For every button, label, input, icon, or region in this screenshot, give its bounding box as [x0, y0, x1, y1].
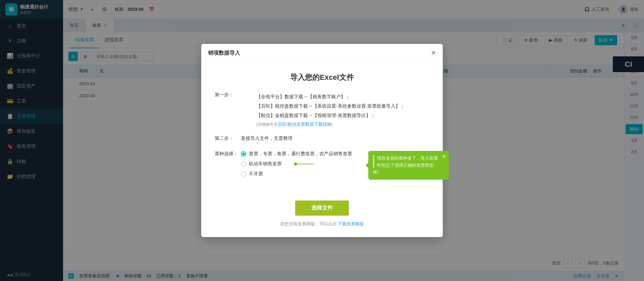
tooltip-bar: [373, 155, 374, 168]
dialog-close-button[interactable]: ✕: [431, 49, 436, 57]
step2-content: 直接导入文件，无需整理: [241, 135, 292, 142]
step1-line3: 【航信】金税盘数据下载→【报税管理-发票数据导出】；: [256, 111, 405, 120]
radio-circle-normal: [241, 151, 246, 157]
radio-dot-normal: [242, 153, 245, 155]
radio-motor[interactable]: 机动车销售发票: [241, 161, 282, 167]
radio-circle-none: [241, 171, 246, 177]
step1-note: (详细操作见百旺/航信发票数据下载指南): [256, 120, 405, 129]
step1-line2: 【百旺】税控盘数据下载→【系统设置-系统参数设置-发票批量导入】；: [256, 101, 405, 111]
download-template-link[interactable]: 下载发票模版: [338, 221, 364, 226]
radio-group: 普票，专票，卷票，通行费发票，农产品销售发票 机动车销售发票: [241, 151, 352, 177]
tooltip-dot: [294, 162, 297, 166]
tooltip-close-button[interactable]: ✕: [442, 153, 446, 160]
dialog-body: 导入您的Excel文件 第一步： 【全电平台】数据下载→【税务数字账户】； 【百…: [201, 62, 443, 194]
tooltip-bubble: 现在支持的票种多了，导入发票时别忘了选择正确的发票类型呀! ✕: [368, 151, 449, 180]
step1-line1: 【全电平台】数据下载→【税务数字账户】；: [256, 92, 405, 101]
overlay: 销项数据导入 ✕ 导入您的Excel文件 第一步： 【全电平台】数据下载→【税务…: [0, 0, 644, 281]
tooltip-line: [297, 164, 314, 164]
step1-label: 第一步：: [215, 92, 233, 98]
tooltip-connector: [288, 162, 314, 166]
dialog-title: 销项数据导入: [208, 50, 240, 57]
dialog-main-title: 导入您的Excel文件: [215, 72, 429, 82]
dialog-header: 销项数据导入 ✕: [201, 44, 443, 62]
radio-normal[interactable]: 普票，专票，卷票，通行费发票，农产品销售发票: [241, 151, 352, 157]
radio-none[interactable]: 不开票: [241, 171, 352, 177]
radio-circle-motor: [241, 161, 246, 167]
tooltip-text: 现在支持的票种多了，导入发票时别忘了选择正确的发票类型呀!: [373, 156, 438, 175]
download-guide-link[interactable]: 百旺/航信发票数据下载指南: [278, 122, 331, 127]
step2-label: 第二步：: [215, 135, 233, 142]
step1-content: 【全电平台】数据下载→【税务数字账户】； 【百旺】税控盘数据下载→【系统设置-系…: [256, 92, 405, 129]
dialog-import: 销项数据导入 ✕ 导入您的Excel文件 第一步： 【全电平台】数据下载→【税务…: [201, 44, 443, 237]
select-file-button[interactable]: 选择文件: [295, 201, 349, 216]
tooltip-arrow: [366, 163, 368, 168]
radio-motor-wrap: 机动车销售发票 现在支持的票种多了，导入发票时别忘了: [241, 161, 352, 167]
download-hint: 若您没有发票模版，可以点击 下载发票模版: [280, 221, 364, 227]
ticket-label: 票种选择：: [215, 151, 238, 157]
ticket-choice: 票种选择： 普票，专票，卷票，通行费发票，农产品销售发票: [215, 151, 429, 177]
step2: 第二步： 直接导入文件，无需整理: [215, 135, 429, 144]
dialog-footer: 选择文件 若您没有发票模版，可以点击 下载发票模版: [201, 194, 443, 237]
step1: 第一步： 【全电平台】数据下载→【税务数字账户】； 【百旺】税控盘数据下载→【系…: [215, 92, 429, 129]
